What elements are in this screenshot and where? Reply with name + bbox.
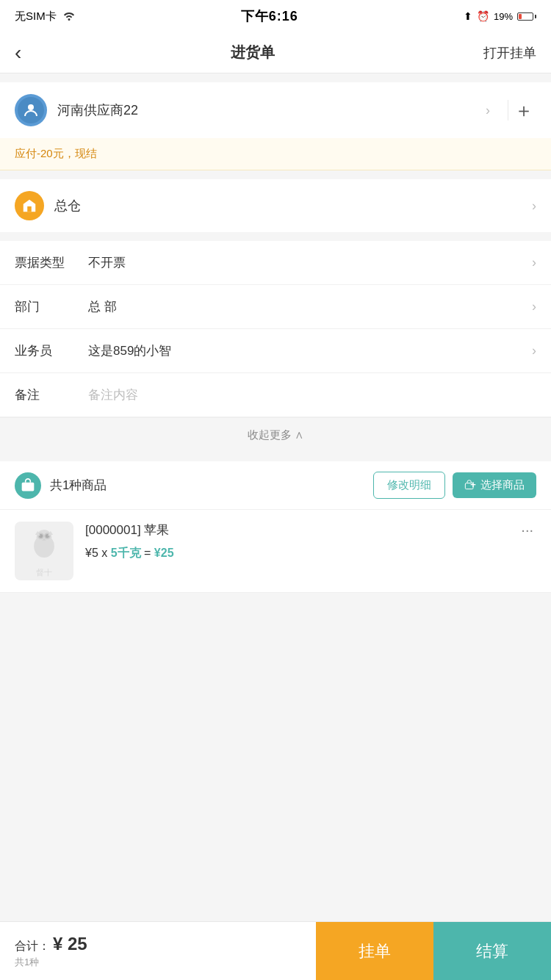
remarks-label: 备注 — [15, 386, 73, 403]
warehouse-section: 总仓 › — [0, 179, 551, 232]
open-hang-button[interactable]: 打开挂单 — [483, 44, 536, 62]
select-product-button[interactable]: 选择商品 — [453, 472, 536, 498]
alarm-icon: ⏰ — [477, 10, 489, 22]
total-count: 共1种 — [15, 956, 301, 969]
status-right: ⬆ ⏰ 19% — [464, 10, 536, 22]
warehouse-name: 总仓 — [54, 197, 532, 215]
products-count: 共1种商品 — [50, 477, 373, 494]
svg-point-0 — [28, 104, 34, 110]
ticket-type-value: 不开票 — [88, 254, 532, 271]
gap-3 — [0, 232, 551, 241]
multiply-sign: x — [101, 547, 110, 559]
gap-4 — [0, 453, 551, 461]
product-item: 督十 [0000001] 苹果 ¥5 x 5千克 = ¥25 ··· — [0, 510, 551, 593]
battery-icon — [517, 12, 536, 21]
product-price: ¥5 x 5千克 = ¥25 — [85, 546, 518, 561]
nav-bar: ‹ 进货单 打开挂单 — [0, 32, 551, 73]
gap-2 — [0, 170, 551, 179]
sales-rep-value: 这是859的小智 — [88, 342, 532, 359]
quantity: 5千克 — [111, 547, 141, 559]
product-info: [0000001] 苹果 ¥5 x 5千克 = ¥25 — [85, 522, 518, 561]
bottom-bar: 合计： ¥ 25 共1种 挂单 结算 — [0, 921, 551, 980]
total-label: 合计： — [15, 939, 50, 954]
total-amount: ¥ 25 — [53, 934, 87, 954]
supplier-avatar-icon — [18, 97, 44, 123]
supplier-notice: 应付-20元，现结 — [0, 138, 551, 170]
sales-rep-chevron-icon: › — [532, 343, 536, 359]
checkout-button[interactable]: 结算 — [433, 922, 551, 980]
warehouse-row[interactable]: 总仓 › — [0, 179, 551, 232]
product-thumb-inner: 督十 — [25, 525, 63, 578]
signal-text: 无SIM卡 — [15, 10, 57, 24]
page-title: 进货单 — [231, 43, 275, 62]
hang-button[interactable]: 挂单 — [316, 922, 433, 980]
battery-percent: 19% — [494, 11, 513, 22]
total-section: 合计： ¥ 25 共1种 — [0, 922, 316, 980]
svg-rect-2 — [22, 482, 35, 491]
ticket-type-chevron-icon: › — [532, 255, 536, 270]
warehouse-icon — [15, 191, 44, 220]
products-section: 共1种商品 修改明细 选择商品 — [0, 461, 551, 593]
location-icon: ⬆ — [464, 10, 472, 22]
bottom-spacer — [0, 593, 551, 659]
gap-1 — [0, 73, 551, 82]
svg-rect-3 — [465, 483, 473, 489]
add-supplier-button[interactable]: ＋ — [511, 98, 536, 123]
equals-sign: = — [144, 547, 154, 559]
status-time: 下午6:16 — [241, 7, 298, 25]
collapse-bar[interactable]: 收起更多 ∧ — [0, 417, 551, 453]
sales-rep-label: 业务员 — [15, 342, 73, 359]
products-header: 共1种商品 修改明细 选择商品 — [0, 461, 551, 510]
product-more-button[interactable]: ··· — [518, 522, 536, 538]
wifi-icon — [62, 10, 76, 23]
supplier-name[interactable]: 河南供应商22 — [57, 101, 486, 119]
department-value: 总 部 — [88, 298, 532, 315]
status-bar: 无SIM卡 下午6:16 ⬆ ⏰ 19% — [0, 0, 551, 32]
department-chevron-icon: › — [532, 299, 536, 314]
department-label: 部门 — [15, 298, 73, 315]
ticket-type-row[interactable]: 票据类型 不开票 › — [0, 241, 551, 285]
remarks-input[interactable]: 备注内容 — [88, 386, 536, 403]
supplier-avatar — [15, 94, 47, 126]
product-code: [0000001] — [85, 523, 144, 537]
back-button[interactable]: ‹ — [15, 41, 21, 65]
status-left: 无SIM卡 — [15, 10, 76, 24]
supplier-row: 河南供应商22 › ＋ — [0, 82, 551, 138]
ticket-type-label: 票据类型 — [15, 254, 73, 271]
warehouse-chevron-icon: › — [532, 198, 536, 214]
remarks-row: 备注 备注内容 — [0, 373, 551, 417]
divider — [508, 100, 508, 120]
edit-details-button[interactable]: 修改明细 — [373, 472, 445, 499]
supplier-section: 河南供应商22 › ＋ 应付-20元，现结 — [0, 82, 551, 170]
product-thumbnail: 督十 — [15, 522, 73, 580]
sales-rep-row[interactable]: 业务员 这是859的小智 › — [0, 329, 551, 373]
department-row[interactable]: 部门 总 部 › — [0, 285, 551, 329]
select-product-label: 选择商品 — [480, 478, 525, 492]
supplier-chevron-icon: › — [486, 103, 490, 118]
products-icon — [15, 472, 41, 499]
form-section: 票据类型 不开票 › 部门 总 部 › 业务员 这是859的小智 › 备注 备注… — [0, 241, 551, 453]
product-name: [0000001] 苹果 — [85, 522, 518, 538]
svg-rect-1 — [27, 206, 32, 212]
price-unit: ¥5 — [85, 547, 98, 559]
total-price: ¥25 — [154, 547, 174, 559]
